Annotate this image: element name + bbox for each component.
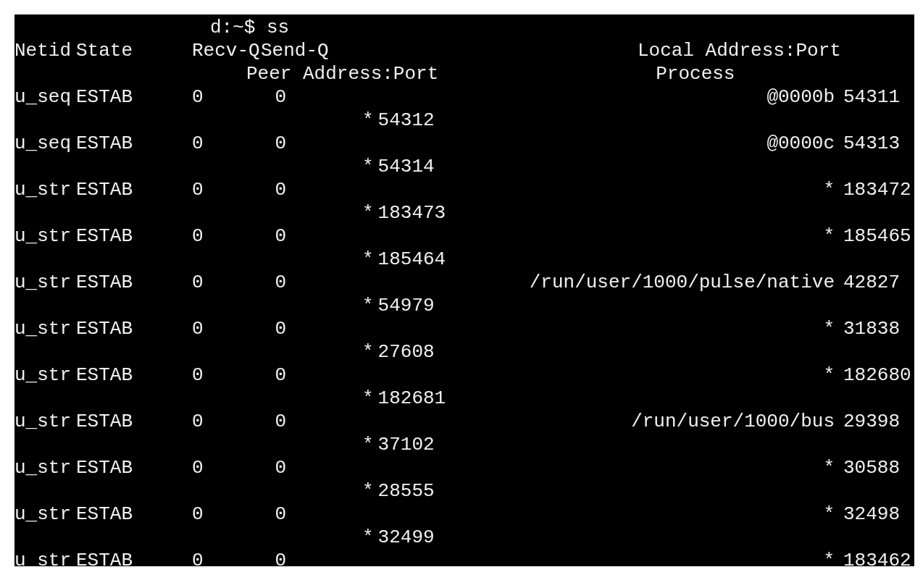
- recvq-value: 0: [192, 503, 228, 526]
- sendq-value: 0: [228, 503, 286, 526]
- local-address-value: *: [286, 503, 843, 526]
- recvq-value: 0: [192, 410, 228, 433]
- peer-address-value: *: [362, 294, 374, 317]
- peer-address-value: *: [362, 433, 374, 456]
- peer-address-value: *: [362, 340, 374, 364]
- socket-row: u_strESTAB00*183462: [14, 549, 914, 566]
- sendq-value: 0: [228, 271, 286, 294]
- sendq-value: 0: [228, 132, 286, 155]
- netid-value: u_str: [14, 178, 76, 201]
- local-address-value: *: [286, 549, 843, 566]
- sendq-value: 0: [228, 224, 286, 248]
- local-port-value: 185465: [843, 224, 914, 248]
- peer-port-value: 182681: [378, 387, 446, 410]
- sendq-value: 0: [228, 456, 286, 479]
- local-port-value: 32498: [843, 503, 914, 526]
- netid-value: u_str: [14, 271, 76, 294]
- local-address-value: @0000b: [286, 85, 843, 109]
- netid-value: u_str: [14, 549, 76, 566]
- header-netid: Netid: [14, 39, 76, 62]
- peer-port-value: 54314: [378, 155, 435, 178]
- command-text: ss: [267, 17, 289, 38]
- peer-address-value: *: [362, 248, 374, 271]
- recvq-value: 0: [192, 456, 228, 479]
- socket-row-peer: *28555: [14, 479, 914, 503]
- local-address-value: @0000c: [286, 132, 843, 155]
- local-port-value: 42827: [843, 271, 914, 294]
- state-value: ESTAB: [76, 503, 192, 526]
- state-value: ESTAB: [76, 224, 192, 248]
- local-address-value: *: [286, 178, 843, 201]
- state-value: ESTAB: [76, 456, 192, 479]
- netid-value: u_str: [14, 317, 76, 340]
- netid-value: u_str: [14, 410, 76, 433]
- peer-port-value: 28555: [378, 479, 435, 503]
- sendq-value: 0: [228, 85, 286, 109]
- recvq-value: 0: [192, 224, 228, 248]
- socket-row: u_strESTAB00*30588: [14, 456, 914, 479]
- socket-row: u_strESTAB00*31838: [14, 317, 914, 340]
- sendq-value: 0: [228, 549, 286, 566]
- local-port-value: 182680: [843, 364, 914, 387]
- socket-rows-container: u_seqESTAB00@0000b54311*54312u_seqESTAB0…: [14, 85, 914, 566]
- recvq-value: 0: [192, 271, 228, 294]
- netid-value: u_str: [14, 224, 76, 248]
- sendq-value: 0: [228, 178, 286, 201]
- peer-address-value: *: [362, 155, 374, 178]
- socket-row: u_strESTAB00/run/user/1000/pulse/native4…: [14, 271, 914, 294]
- peer-address-value: *: [362, 201, 374, 224]
- socket-row-peer: *32499: [14, 526, 914, 549]
- peer-port-value: 183473: [378, 201, 446, 224]
- recvq-value: 0: [192, 132, 228, 155]
- state-value: ESTAB: [76, 364, 192, 387]
- socket-row-peer: *37102: [14, 433, 914, 456]
- socket-row-peer: *27608: [14, 340, 914, 364]
- prompt-hidden-portion: [14, 16, 210, 39]
- sendq-value: 0: [228, 410, 286, 433]
- header-sendq: Send-Q: [261, 39, 348, 62]
- header-process: Process: [438, 62, 914, 85]
- peer-port-value: 54979: [378, 294, 435, 317]
- peer-address-value: *: [362, 526, 374, 549]
- peer-address-value: *: [362, 109, 374, 132]
- local-address-value: /run/user/1000/pulse/native: [286, 271, 843, 294]
- local-port-value: 54313: [843, 132, 914, 155]
- peer-port-value: 185464: [378, 248, 446, 271]
- local-port-value: 29398: [843, 410, 914, 433]
- netid-value: u_seq: [14, 132, 76, 155]
- local-port-value: 183462: [843, 549, 914, 566]
- peer-port-value: 27608: [378, 340, 435, 364]
- local-address-value: *: [286, 317, 843, 340]
- netid-value: u_str: [14, 503, 76, 526]
- peer-address-value: *: [362, 387, 374, 410]
- header-local-address-port: Local Address:Port: [348, 39, 914, 62]
- socket-row: u_strESTAB00*183472: [14, 178, 914, 201]
- state-value: ESTAB: [76, 85, 192, 109]
- header-recvq: Recv-Q: [192, 39, 261, 62]
- socket-row-peer: *185464: [14, 248, 914, 271]
- state-value: ESTAB: [76, 132, 192, 155]
- socket-row-peer: *183473: [14, 201, 914, 224]
- prompt-fragment: d:~$: [210, 17, 267, 38]
- socket-row-peer: *182681: [14, 387, 914, 410]
- socket-row: u_seqESTAB00@0000b54311: [14, 85, 914, 109]
- recvq-value: 0: [192, 317, 228, 340]
- recvq-value: 0: [192, 85, 228, 109]
- local-port-value: 54311: [843, 85, 914, 109]
- state-value: ESTAB: [76, 410, 192, 433]
- local-address-value: *: [286, 224, 843, 248]
- local-port-value: 30588: [843, 456, 914, 479]
- header-line-2: Peer Address:Port Process: [14, 62, 914, 85]
- state-value: ESTAB: [76, 271, 192, 294]
- local-port-value: 183472: [843, 178, 914, 201]
- header-line-1: Netid State Recv-Q Send-Q Local Address:…: [14, 39, 914, 62]
- recvq-value: 0: [192, 178, 228, 201]
- socket-row: u_strESTAB00/run/user/1000/bus29398: [14, 410, 914, 433]
- recvq-value: 0: [192, 364, 228, 387]
- header-state: State: [76, 39, 192, 62]
- sendq-value: 0: [228, 317, 286, 340]
- peer-address-value: *: [362, 479, 374, 503]
- recvq-value: 0: [192, 549, 228, 566]
- terminal-output[interactable]: d:~$ ss Netid State Recv-Q Send-Q Local …: [14, 14, 914, 566]
- sendq-value: 0: [228, 364, 286, 387]
